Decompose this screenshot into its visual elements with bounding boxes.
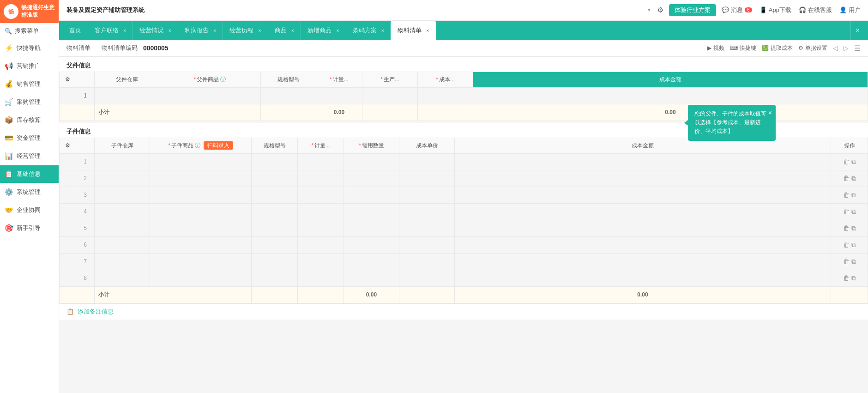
child-row8-warehouse[interactable] (95, 270, 150, 286)
tab-customers-close[interactable]: × (123, 28, 126, 33)
child-row6-unit-cost[interactable] (399, 236, 455, 253)
child-row7-spec[interactable] (252, 253, 298, 270)
tab-barcode-close[interactable]: × (381, 28, 384, 33)
sidebar-search[interactable]: 🔍 搜索菜单 (0, 23, 59, 39)
child-row5-delete-icon[interactable]: 🗑 (843, 224, 850, 232)
tab-close-all[interactable]: × (850, 21, 864, 40)
child-row7-qty[interactable] (344, 253, 399, 270)
child-row3-product[interactable] (150, 187, 252, 203)
child-row6-product[interactable] (150, 236, 252, 253)
toolbar-single-setting[interactable]: ⚙ 单据设置 (798, 44, 827, 52)
child-row4-spec[interactable] (252, 203, 298, 220)
tab-new-product-close[interactable]: × (336, 28, 339, 33)
parent-row1-production[interactable] (362, 87, 418, 104)
child-row2-unit[interactable] (298, 170, 344, 187)
tab-home[interactable]: 首页 (63, 21, 88, 40)
child-row7-unit[interactable] (298, 253, 344, 270)
child-row5-product[interactable] (150, 220, 252, 236)
child-row5-cost-amount[interactable] (455, 220, 831, 236)
child-row5-unit[interactable] (298, 220, 344, 236)
tab-profit-report[interactable]: 利润报告 × (178, 21, 223, 40)
child-row8-copy-icon[interactable]: ⧉ (851, 274, 856, 282)
child-row2-cost-amount[interactable] (455, 170, 831, 187)
child-row3-copy-icon[interactable]: ⧉ (851, 191, 856, 199)
tab-operations-status[interactable]: 经营情况 × (133, 21, 177, 40)
child-row1-spec[interactable] (252, 153, 298, 170)
parent-row1-unit[interactable] (316, 87, 362, 104)
tab-barcode[interactable]: 条码方案 × (346, 21, 391, 40)
child-row7-delete-icon[interactable]: 🗑 (843, 258, 850, 265)
child-row8-unit[interactable] (298, 270, 344, 286)
app-download-button[interactable]: 📱 App下载 (760, 6, 791, 14)
child-row4-unit-cost[interactable] (399, 203, 455, 220)
sidebar-item-inventory[interactable]: 📦 库存核算 (0, 111, 59, 129)
parent-row1-product[interactable] (159, 87, 261, 104)
child-row8-qty[interactable] (344, 270, 399, 286)
child-row2-delete-icon[interactable]: 🗑 (843, 175, 850, 182)
sidebar-item-sales[interactable]: 💰 销售管理 (0, 75, 59, 93)
child-row3-warehouse[interactable] (95, 187, 150, 203)
child-row3-delete-icon[interactable]: 🗑 (843, 191, 850, 199)
online-service-button[interactable]: 🎧 在线客服 (799, 6, 832, 14)
child-row1-qty[interactable] (344, 153, 399, 170)
tooltip-close-button[interactable]: × (768, 108, 772, 118)
sidebar-item-purchase[interactable]: 🛒 采购管理 (0, 93, 59, 111)
toolbar-prev[interactable]: ◁ (833, 44, 838, 52)
toolbar-shortcut[interactable]: ⌨ 快捷键 (730, 44, 756, 52)
child-row2-unit-cost[interactable] (399, 170, 455, 187)
child-row2-product[interactable] (150, 170, 252, 187)
breadcrumb-home[interactable]: 物料清单 (66, 44, 90, 52)
child-row7-copy-icon[interactable]: ⧉ (851, 258, 856, 266)
child-row6-qty[interactable] (344, 236, 399, 253)
child-row3-spec[interactable] (252, 187, 298, 203)
tab-customers[interactable]: 客户联络 × (88, 21, 133, 40)
child-row1-unit-cost[interactable] (399, 153, 455, 170)
tab-new-product[interactable]: 新增商品 × (301, 21, 345, 40)
child-row2-spec[interactable] (252, 170, 298, 187)
settings-icon[interactable]: ⚙ (657, 6, 663, 14)
child-row3-qty[interactable] (344, 187, 399, 203)
sidebar-item-system[interactable]: ⚙️ 系统管理 (0, 183, 59, 201)
sidebar-item-guide[interactable]: 🎯 新手引导 (0, 219, 59, 237)
child-row8-cost-amount[interactable] (455, 270, 831, 286)
toolbar-view[interactable]: ▶ 视频 (707, 44, 724, 52)
child-row4-copy-icon[interactable]: ⧉ (851, 208, 856, 216)
sidebar-item-basic-info[interactable]: 📋 基础信息 (0, 165, 59, 183)
system-dropdown-arrow[interactable]: ▼ (647, 7, 651, 12)
child-row1-delete-icon[interactable]: 🗑 (843, 158, 850, 165)
child-row4-qty[interactable] (344, 203, 399, 220)
child-row8-delete-icon[interactable]: 🗑 (843, 274, 850, 282)
child-row3-unit-cost[interactable] (399, 187, 455, 203)
toolbar-menu[interactable]: ☰ (854, 44, 861, 53)
child-product-info-icon[interactable]: ⓘ (195, 142, 200, 149)
child-row6-unit[interactable] (298, 236, 344, 253)
child-row6-copy-icon[interactable]: ⧉ (851, 241, 856, 249)
child-row4-cost-amount[interactable] (455, 203, 831, 220)
child-row7-product[interactable] (150, 253, 252, 270)
child-row5-warehouse[interactable] (95, 220, 150, 236)
child-row8-product[interactable] (150, 270, 252, 286)
trial-button[interactable]: 体验行业方案 (669, 4, 716, 16)
child-row6-spec[interactable] (252, 236, 298, 253)
child-row7-cost-amount[interactable] (455, 253, 831, 270)
parent-row1-cost-amount[interactable] (473, 87, 868, 104)
child-row5-copy-icon[interactable]: ⧉ (851, 224, 856, 232)
child-row4-product[interactable] (150, 203, 252, 220)
child-row4-delete-icon[interactable]: 🗑 (843, 208, 850, 215)
child-row4-unit[interactable] (298, 203, 344, 220)
child-row2-warehouse[interactable] (95, 170, 150, 187)
tab-biz-history-close[interactable]: × (258, 28, 261, 33)
child-row1-unit[interactable] (298, 153, 344, 170)
child-row7-warehouse[interactable] (95, 253, 150, 270)
sidebar-item-marketing[interactable]: 📢 营销推广 (0, 57, 59, 75)
child-row1-cost-amount[interactable] (455, 153, 831, 170)
sidebar-item-enterprise[interactable]: 🤝 企业协同 (0, 201, 59, 219)
parent-row1-cost[interactable] (418, 87, 473, 104)
sidebar-item-quick-nav[interactable]: ⚡ 快捷导航 (0, 39, 59, 57)
toolbar-extract-cost[interactable]: 💹 提取成本 (762, 44, 793, 52)
child-row5-spec[interactable] (252, 220, 298, 236)
parent-row1-spec[interactable] (261, 87, 316, 104)
child-row5-unit-cost[interactable] (399, 220, 455, 236)
tab-operations-status-close[interactable]: × (168, 28, 171, 33)
child-row2-copy-icon[interactable]: ⧉ (851, 175, 856, 182)
